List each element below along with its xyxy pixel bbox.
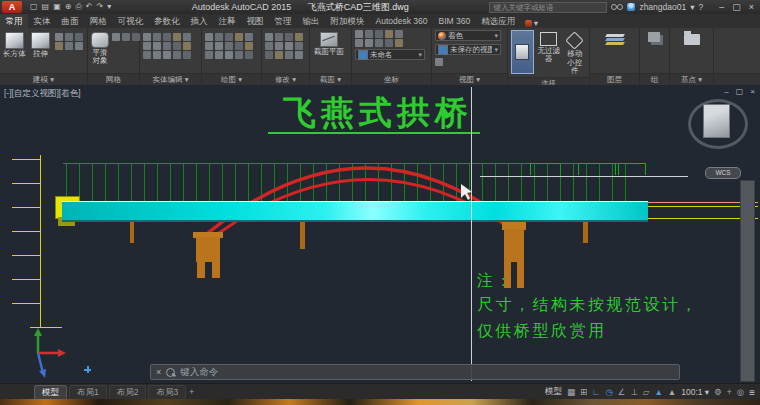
tool-icon[interactable] xyxy=(225,33,233,41)
annotation-visibility-icon[interactable]: ▲ xyxy=(654,387,662,397)
tool-icon[interactable] xyxy=(235,33,243,41)
move-gizmo-button[interactable]: 移动 小控件 xyxy=(564,30,586,75)
annotation-scale[interactable]: 100:1 ▾ xyxy=(681,387,709,397)
tool-icon[interactable] xyxy=(245,51,253,59)
plot-icon[interactable]: ⎙ xyxy=(75,0,81,14)
workspace-switching-icon[interactable]: ⚙ xyxy=(714,387,722,397)
tab-view[interactable]: 视图 xyxy=(241,14,269,28)
tab-a360[interactable]: Autodesk 360 xyxy=(370,14,433,28)
tool-icon[interactable] xyxy=(183,33,191,41)
tool-icon[interactable] xyxy=(205,42,213,50)
bridge-deck[interactable] xyxy=(62,201,648,222)
panel-label-solid-editing[interactable]: 实体编辑 ▾ xyxy=(140,73,201,85)
tool-icon[interactable] xyxy=(265,51,273,59)
panel-label-section[interactable]: 截面 ▾ xyxy=(310,73,351,85)
help-icon[interactable]: ? xyxy=(698,2,703,12)
tool-icon[interactable] xyxy=(365,39,373,47)
customization-menu-icon[interactable]: ≡ xyxy=(749,387,755,398)
open-icon[interactable]: ▤ xyxy=(42,0,50,14)
tool-icon[interactable] xyxy=(385,30,393,38)
undo-icon[interactable]: ↶ xyxy=(86,0,93,14)
panel-label-base[interactable]: 基点 ▾ xyxy=(670,73,713,85)
tool-icon[interactable] xyxy=(235,42,243,50)
tool-icon[interactable] xyxy=(225,42,233,50)
tool-icon[interactable] xyxy=(143,42,151,50)
ucs-dropdown[interactable]: 未命名 ▾ xyxy=(355,49,425,60)
tool-icon[interactable] xyxy=(245,33,253,41)
tool-icon[interactable] xyxy=(215,42,223,50)
tool-icon[interactable] xyxy=(65,42,73,50)
viewcube-wcs-dropdown[interactable]: WCS xyxy=(705,167,741,179)
tool-icon[interactable] xyxy=(265,42,273,50)
tool-icon[interactable] xyxy=(153,33,161,41)
view-dropdown[interactable]: 未保存的视图 ▾ xyxy=(435,44,501,55)
tool-icon[interactable] xyxy=(55,42,63,50)
viewcube[interactable] xyxy=(703,104,730,138)
tab-solid[interactable]: 实体 xyxy=(28,14,56,28)
tool-icon[interactable] xyxy=(215,51,223,59)
tool-icon[interactable] xyxy=(132,33,140,41)
grid-display-icon[interactable]: ▦ xyxy=(567,387,575,397)
tool-icon[interactable] xyxy=(153,42,161,50)
tool-icon[interactable] xyxy=(163,33,171,41)
group-icon[interactable] xyxy=(648,32,660,42)
tool-icon[interactable] xyxy=(395,39,403,47)
user-name[interactable]: zhangdao01 xyxy=(639,2,686,12)
tool-icon[interactable] xyxy=(153,51,161,59)
tab-home[interactable]: 常用 xyxy=(0,14,28,28)
tab-featured-apps[interactable]: 精选应用 xyxy=(476,14,521,28)
snap-mode-icon[interactable]: ⊞ xyxy=(580,387,587,397)
customize-icon[interactable] xyxy=(166,368,175,377)
tool-icon[interactable] xyxy=(143,51,151,59)
tool-icon[interactable] xyxy=(265,33,273,41)
tab-output[interactable]: 输出 xyxy=(297,14,325,28)
tab-manage[interactable]: 管理 xyxy=(269,14,297,28)
no-filter-button[interactable]: 无过滤器 xyxy=(537,30,561,63)
panel-label-coordinates[interactable]: 坐标 xyxy=(352,73,431,85)
tool-icon[interactable] xyxy=(245,42,253,50)
tool-icon[interactable] xyxy=(143,33,151,41)
visual-style-dropdown[interactable]: 着色 ▾ xyxy=(435,30,501,41)
tool-icon[interactable] xyxy=(275,51,283,59)
panel-label-modify[interactable]: 修改 ▾ xyxy=(262,73,309,85)
smooth-object-button[interactable]: 平滑对象 xyxy=(91,30,109,65)
tool-icon[interactable] xyxy=(173,42,181,50)
tool-icon[interactable] xyxy=(215,33,223,41)
autoscale-icon[interactable]: ▲ xyxy=(668,387,676,397)
tool-icon[interactable] xyxy=(205,51,213,59)
tool-icon[interactable] xyxy=(122,33,130,41)
tool-icon[interactable] xyxy=(173,51,181,59)
base-point-icon[interactable] xyxy=(684,34,700,45)
tool-icon[interactable] xyxy=(65,33,73,41)
tab-insert[interactable]: 插入 xyxy=(185,14,213,28)
tool-icon[interactable] xyxy=(295,33,303,41)
tool-icon[interactable] xyxy=(112,33,120,41)
osnap-tracking-icon[interactable]: ⊥ xyxy=(630,387,637,397)
tool-icon[interactable] xyxy=(375,30,383,38)
tool-icon[interactable] xyxy=(163,42,171,50)
tool-icon[interactable] xyxy=(285,33,293,41)
tab-parametric[interactable]: 参数化 xyxy=(149,14,186,28)
tool-icon[interactable] xyxy=(375,39,383,47)
tool-icon[interactable] xyxy=(295,42,303,50)
model-space-label[interactable]: 模型 xyxy=(545,386,562,398)
layer-properties-button[interactable] xyxy=(599,30,631,47)
selection-cycling-button[interactable] xyxy=(511,30,534,74)
tool-icon[interactable] xyxy=(275,42,283,50)
tab-annotate[interactable]: 注释 xyxy=(213,14,241,28)
user-caret-icon[interactable]: ▾ xyxy=(690,2,694,12)
command-close-icon[interactable]: × xyxy=(156,367,161,377)
tool-icon[interactable] xyxy=(395,30,403,38)
drawing-close-button[interactable]: × xyxy=(750,87,755,96)
tool-icon[interactable] xyxy=(295,51,303,59)
command-line[interactable]: × 键入命令 xyxy=(150,364,680,380)
panel-label-mesh[interactable]: 网格 xyxy=(88,73,139,85)
polar-tracking-icon[interactable]: ◷ xyxy=(605,387,612,397)
app-logo-icon[interactable]: A xyxy=(2,1,22,13)
command-prompt[interactable]: 键入命令 xyxy=(180,366,218,379)
drawing-minimize-button[interactable]: ‒ xyxy=(724,87,728,96)
panel-label-groups[interactable]: 组 xyxy=(640,73,669,85)
tab-bim360[interactable]: BIM 360 xyxy=(433,14,476,28)
panel-label-layers[interactable]: 图层 xyxy=(590,73,639,85)
save-icon[interactable]: ▣ xyxy=(53,0,61,14)
